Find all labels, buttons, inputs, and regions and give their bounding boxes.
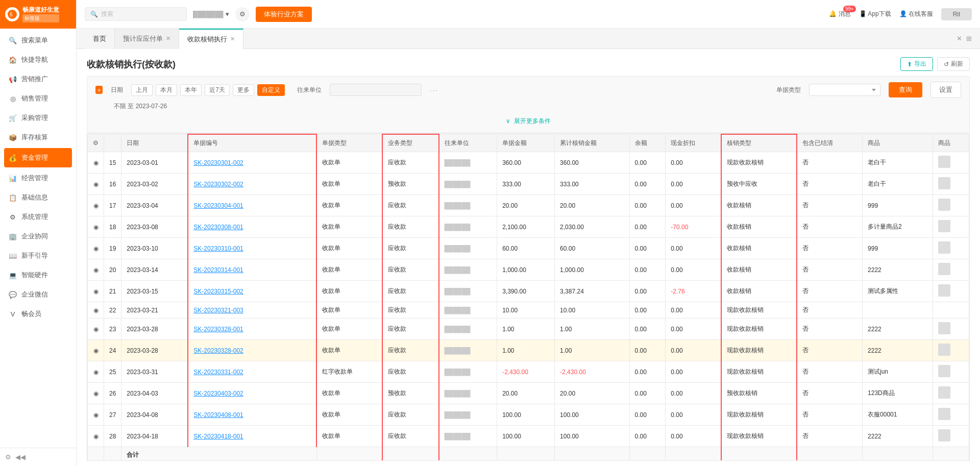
cell-settings[interactable]: ◉ xyxy=(88,216,104,238)
col-header-cancel-amount[interactable]: 累计核销金额 xyxy=(555,134,629,152)
cell-settings[interactable]: ◉ xyxy=(88,152,104,174)
cell-settings[interactable]: ◉ xyxy=(88,404,104,426)
sidebar-collapse-btn[interactable]: ◀◀ xyxy=(15,453,26,461)
user-avatar[interactable]: Rit xyxy=(941,8,972,20)
cell-settings[interactable]: ◉ xyxy=(88,195,104,216)
voucher-type-select[interactable] xyxy=(809,84,880,96)
col-header-voucher-type[interactable]: 单据类型 xyxy=(316,134,382,152)
query-btn[interactable]: 查询 xyxy=(889,82,922,97)
order-no-link[interactable]: SK-20230301-002 xyxy=(193,159,243,166)
last-month-btn[interactable]: 上月 xyxy=(131,84,153,96)
this-month-btn[interactable]: 本月 xyxy=(156,84,177,96)
col-header-counterpart[interactable]: 往来单位 xyxy=(439,134,497,152)
tab-close-all-icon[interactable]: ✕ xyxy=(957,35,962,42)
sidebar-item-inventory[interactable]: 📦 库存核算 xyxy=(0,128,76,147)
sidebar-item-hardware[interactable]: 💻 智能硬件 xyxy=(0,265,76,285)
sidebar-item-sales[interactable]: ◎ 销售管理 xyxy=(0,89,76,108)
cell-include-settled: 否 xyxy=(797,302,862,318)
sidebar-item-shortcut[interactable]: 🏠 快捷导航 xyxy=(0,50,76,69)
this-year-btn[interactable]: 本年 xyxy=(180,84,202,96)
topbar-search[interactable]: 🔍 搜索 xyxy=(85,7,187,21)
col-header-date[interactable]: 日期 xyxy=(121,134,188,152)
app-download-link[interactable]: 📱 App下载 xyxy=(859,10,891,18)
order-no-link[interactable]: SK-20230302-002 xyxy=(193,181,243,188)
cell-goods-img xyxy=(933,195,969,216)
col-header-balance[interactable]: 余额 xyxy=(629,134,666,152)
cell-cash-discount: 0.00 xyxy=(666,174,721,195)
last-7-days-btn[interactable]: 近7天 xyxy=(205,84,230,96)
tab-payable[interactable]: 预计应应付单 ✕ xyxy=(115,29,179,49)
order-no-link[interactable]: SK-20230310-001 xyxy=(193,245,243,252)
purchase-icon: 🛒 xyxy=(8,114,17,122)
counterpart-input[interactable] xyxy=(330,84,422,96)
sidebar-item-wechat[interactable]: 💬 企业微信 xyxy=(0,285,76,304)
sidebar-item-system[interactable]: ⚙ 系统管理 xyxy=(0,207,76,227)
sidebar-item-basic[interactable]: 📋 基础信息 xyxy=(0,188,76,207)
col-header-include-settled[interactable]: 包含已结清 xyxy=(797,134,862,152)
filter-collapse-btn[interactable]: » xyxy=(95,86,103,94)
cell-settings[interactable]: ◉ xyxy=(88,383,104,404)
cell-settings[interactable]: ◉ xyxy=(88,318,104,340)
sidebar-item-guide[interactable]: 📖 新手引导 xyxy=(0,246,76,265)
cell-settings[interactable]: ◉ xyxy=(88,340,104,361)
col-header-cash-discount[interactable]: 现金折扣 xyxy=(666,134,721,152)
cell-order-no: SK-20230328-001 xyxy=(188,318,316,340)
order-no-link[interactable]: SK-20230331-002 xyxy=(193,369,243,376)
col-header-cancel-type[interactable]: 核销类型 xyxy=(721,134,797,152)
order-no-link[interactable]: SK-20230308-001 xyxy=(193,224,243,231)
custom-date-btn[interactable]: 自定义 xyxy=(257,84,285,96)
export-btn[interactable]: ⬆ 导出 xyxy=(900,57,933,71)
sidebar-item-operation[interactable]: 📊 经营管理 xyxy=(0,168,76,188)
cell-settings[interactable]: ◉ xyxy=(88,281,104,302)
sidebar-item-search[interactable]: 🔍 搜索菜单 xyxy=(0,31,76,50)
refresh-btn[interactable]: ↺ 刷新 xyxy=(937,57,970,71)
industry-btn[interactable]: 体验行业方案 xyxy=(256,7,312,22)
order-no-link[interactable]: SK-20230304-001 xyxy=(193,202,243,209)
cell-settings[interactable]: ◉ xyxy=(88,259,104,281)
col-header-goods2[interactable]: 商品 xyxy=(933,134,969,152)
col-header-order-no[interactable]: 单据编号 xyxy=(188,134,316,152)
topbar-dropdown[interactable]: ███████ ▾ xyxy=(193,10,229,18)
sidebar-item-member[interactable]: V 畅会员 xyxy=(0,304,76,324)
sidebar-item-purchase[interactable]: 🛒 采购管理 xyxy=(0,108,76,128)
sidebar-item-corp[interactable]: 🏢 企业协同 xyxy=(0,227,76,246)
order-no-link[interactable]: SK-20230328-002 xyxy=(193,347,243,354)
notification-bell[interactable]: 🔔 消息 99+ xyxy=(829,10,850,18)
sidebar-item-finance[interactable]: 💰 资金管理 xyxy=(4,148,72,167)
order-no-link[interactable]: SK-20230314-001 xyxy=(193,266,243,274)
tab-collection-close[interactable]: ✕ xyxy=(230,36,235,42)
cell-date: 2023-03-04 xyxy=(121,195,188,216)
tab-expand-icon[interactable]: ⊞ xyxy=(966,35,972,42)
order-no-link[interactable]: SK-20230418-001 xyxy=(193,433,243,440)
online-support-link[interactable]: 👤 在线客服 xyxy=(899,10,933,18)
order-no-link[interactable]: SK-20230328-001 xyxy=(193,326,243,333)
cell-settings[interactable]: ◉ xyxy=(88,361,104,383)
order-no-link[interactable]: SK-20230408-001 xyxy=(193,411,243,419)
sidebar-item-label: 基础信息 xyxy=(21,193,48,202)
more-date-btn[interactable]: 更多 xyxy=(233,84,254,96)
cell-date: 2023-03-15 xyxy=(121,281,188,302)
tab-home[interactable]: 首页 xyxy=(85,29,115,49)
cell-settings[interactable]: ◉ xyxy=(88,174,104,195)
cell-voucher-type: 收款单 xyxy=(316,404,382,426)
tab-payable-close[interactable]: ✕ xyxy=(166,35,170,42)
settings-btn[interactable]: 设置 xyxy=(930,82,961,98)
sidebar-settings-btn[interactable]: ⚙ xyxy=(5,453,11,461)
order-no-link[interactable]: SK-20230403-002 xyxy=(193,390,243,397)
col-header-biz-type[interactable]: 业务类型 xyxy=(382,134,438,152)
topbar-gear-btn[interactable]: ⚙ xyxy=(235,7,250,21)
cell-cancel-type: 收款核销 xyxy=(721,195,797,216)
cell-settings[interactable]: ◉ xyxy=(88,302,104,318)
cell-settings[interactable]: ◉ xyxy=(88,426,104,447)
cell-settings[interactable]: ◉ xyxy=(88,238,104,259)
tab-collection[interactable]: 收款核销执行 ✕ xyxy=(179,29,243,49)
col-header-goods[interactable]: 商品 xyxy=(863,134,933,152)
order-no-link[interactable]: SK-20230315-002 xyxy=(193,288,243,295)
col-header-settings[interactable]: ⚙ xyxy=(88,134,104,152)
expand-bar[interactable]: ∨ 展开更多条件 xyxy=(95,115,961,128)
col-header-amount[interactable]: 单据金额 xyxy=(497,134,555,152)
order-no-link[interactable]: SK-20230321-003 xyxy=(193,307,243,314)
dropdown-text: ███████ xyxy=(193,11,224,18)
sidebar-item-marketing[interactable]: 📢 营销推广 xyxy=(0,69,76,89)
cell-goods-img xyxy=(933,318,969,340)
